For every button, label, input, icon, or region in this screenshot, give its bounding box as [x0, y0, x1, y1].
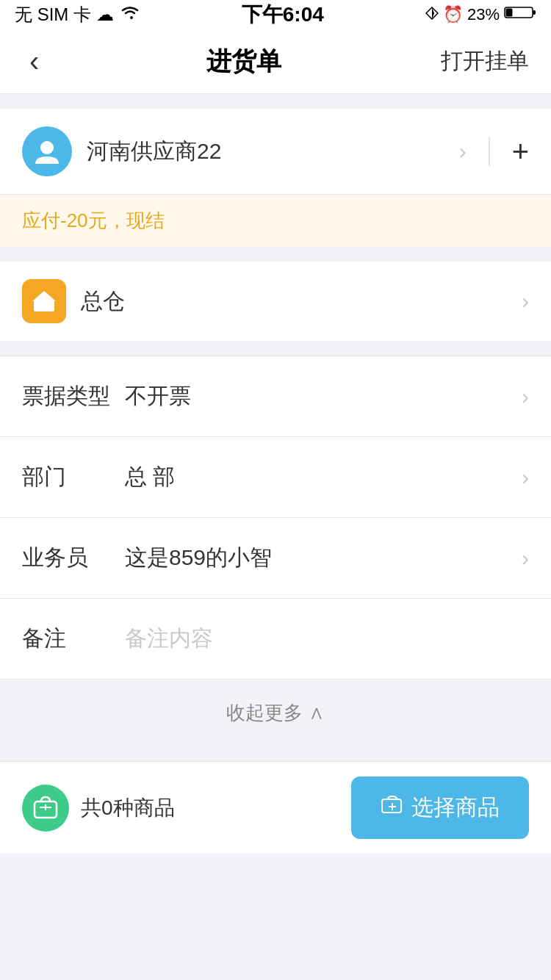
department-label: 部门	[22, 462, 125, 492]
status-bar: 无 SIM 卡 ☁ 下午6:04 ⏰ 23%	[0, 0, 551, 29]
supplier-row[interactable]: 河南供应商22 › +	[0, 109, 551, 195]
collapse-row[interactable]: 收起更多 ∧	[0, 679, 551, 746]
add-supplier-button[interactable]: +	[512, 135, 529, 168]
section-gap-3	[0, 341, 551, 356]
product-icon	[22, 785, 69, 832]
svg-point-3	[40, 141, 54, 154]
warehouse-name: 总仓	[81, 287, 522, 317]
status-right: ⏰ 23%	[425, 5, 536, 24]
notes-label: 备注	[22, 624, 125, 654]
notes-row[interactable]: 备注 备注内容	[0, 598, 551, 679]
section-gap-4	[0, 746, 551, 761]
svg-rect-4	[34, 300, 54, 311]
product-count: 共0种商品	[81, 794, 351, 822]
ticket-type-label: 票据类型	[22, 381, 125, 411]
salesperson-row[interactable]: 业务员 这是859的小智 ›	[0, 517, 551, 598]
notice-bar: 应付-20元，现结	[0, 195, 551, 247]
back-button[interactable]: ‹	[22, 37, 46, 85]
ticket-type-row[interactable]: 票据类型 不开票 ›	[0, 356, 551, 436]
department-value: 总 部	[125, 462, 522, 492]
department-chevron-icon: ›	[522, 465, 529, 490]
select-product-label: 选择商品	[411, 793, 500, 823]
notes-placeholder: 备注内容	[125, 624, 529, 654]
ticket-type-value: 不开票	[125, 381, 522, 411]
department-row[interactable]: 部门 总 部 ›	[0, 436, 551, 517]
open-pending-button[interactable]: 打开挂单	[441, 46, 529, 76]
salesperson-label: 业务员	[22, 543, 125, 573]
salesperson-chevron-icon: ›	[522, 546, 529, 571]
svg-marker-5	[32, 291, 56, 301]
bottom-bar: 共0种商品 选择商品	[0, 761, 551, 854]
battery-icon	[504, 5, 536, 24]
status-time: 下午6:04	[242, 1, 324, 29]
supplier-card: 河南供应商22 › + 应付-20元，现结	[0, 109, 551, 247]
select-product-button[interactable]: 选择商品	[351, 777, 529, 839]
warehouse-row[interactable]: 总仓 ›	[0, 262, 551, 341]
wifi-icon	[120, 4, 140, 25]
collapse-label: 收起更多 ∧	[226, 700, 324, 726]
page-title: 进货单	[206, 45, 281, 79]
warehouse-icon	[22, 279, 66, 323]
salesperson-value: 这是859的小智	[125, 543, 522, 573]
location-icon	[425, 5, 439, 24]
warehouse-chevron-icon: ›	[522, 289, 529, 314]
supplier-name: 河南供应商22	[87, 137, 459, 167]
section-gap-2	[0, 247, 551, 262]
nav-bar: ‹ 进货单 打开挂单	[0, 29, 551, 94]
section-gap-1	[0, 94, 551, 109]
form-card: 票据类型 不开票 › 部门 总 部 › 业务员 这是859的小智 › 备注 备注…	[0, 356, 551, 679]
status-left: 无 SIM 卡 ☁	[15, 3, 140, 26]
supplier-avatar	[22, 126, 72, 176]
supplier-divider	[489, 137, 490, 166]
select-product-icon	[381, 795, 404, 821]
ticket-type-chevron-icon: ›	[522, 384, 529, 409]
svg-rect-2	[505, 9, 512, 17]
battery-percent: 23%	[467, 5, 500, 24]
svg-rect-1	[533, 10, 536, 15]
supplier-chevron-icon: ›	[459, 139, 467, 164]
sim-status: 无 SIM 卡 ☁	[15, 3, 114, 26]
alarm-icon: ⏰	[443, 5, 463, 24]
warehouse-card: 总仓 ›	[0, 262, 551, 341]
